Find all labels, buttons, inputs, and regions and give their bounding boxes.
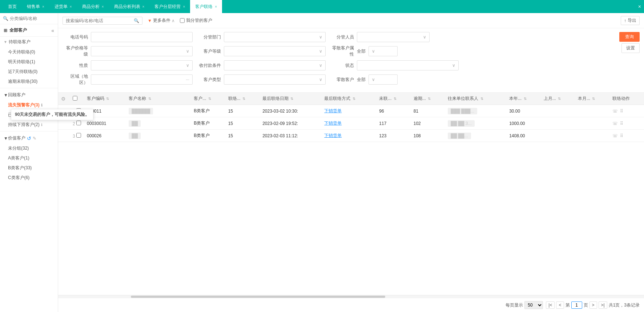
sidebar-item-c-class[interactable]: C类客户(6): [0, 173, 58, 183]
arrow-icon2: ▼: [4, 93, 8, 98]
label-scattered-attr: 零散客户属性: [329, 45, 354, 57]
sidebar-item-ungrouped[interactable]: 未分组(32): [0, 143, 58, 153]
col-name[interactable]: 客户名称 ⇅: [126, 93, 191, 105]
nav-customer-contact[interactable]: 客户联络 ×: [190, 0, 222, 13]
nav-home[interactable]: 首页: [3, 0, 22, 13]
select-payment[interactable]: ∨: [224, 60, 326, 70]
sidebar-item-7days[interactable]: 近7天待联络(0): [0, 67, 58, 77]
col-code[interactable]: 客户编码 ⇅: [84, 93, 126, 105]
refresh-value-icon[interactable]: ↺: [27, 135, 31, 141]
cell-method-1: 下销货单: [321, 117, 376, 130]
sidebar-item-declining[interactable]: 持续下滑客户(2) ℹ: [0, 120, 58, 130]
col-contact-person[interactable]: 往来单位联系人 ⇅: [445, 93, 506, 105]
action-icon-phone-1[interactable]: ☏: [612, 121, 618, 126]
settings-button[interactable]: 设置: [621, 43, 640, 53]
sidebar-group-pending[interactable]: ▼ 待联络客户: [0, 37, 58, 47]
col-this-month[interactable]: 本月... ⇅: [575, 93, 609, 105]
col-contacts[interactable]: 联络... ⇅: [225, 93, 259, 105]
select-price-level[interactable]: ∨: [91, 46, 193, 56]
page-number-input[interactable]: [571, 301, 582, 309]
my-customers-checkbox[interactable]: 我分管的客户: [180, 17, 212, 24]
col-type[interactable]: 客户... ⇅: [191, 93, 225, 105]
gear-settings-icon[interactable]: ⚙: [61, 96, 66, 102]
cell-name-1: ██: [126, 117, 191, 130]
close-purchase-tab[interactable]: ×: [70, 5, 72, 9]
query-button[interactable]: 查询: [619, 32, 640, 42]
select-customer-level[interactable]: ∨: [224, 46, 326, 56]
table-row: 1 000011 ██████ B类客户 15 2023-03-02 10:30…: [58, 105, 644, 117]
edit-value-icon[interactable]: ✎: [33, 136, 36, 141]
close-customer-layer-tab[interactable]: ×: [183, 5, 185, 9]
input-phone[interactable]: [91, 32, 193, 42]
col-last-method[interactable]: 最后联络方式 ⇅: [321, 93, 376, 105]
chevron-scattered-icon: ∨: [372, 49, 375, 54]
contact-method-link-0[interactable]: 下销货单: [324, 108, 342, 113]
select-scattered[interactable]: ∨: [369, 74, 398, 85]
col-this-year[interactable]: 本年... ⇅: [506, 93, 540, 105]
sidebar-item-churn-warning[interactable]: 流失预警客户(3) ℹ 90天未交易的客户，可能有流失风险。: [0, 100, 58, 110]
sidebar-section-value: ▼ 价值客户 ↺ ✎ 未分组(32) A类客户(1) B类客户(33) C类客户…: [0, 133, 58, 183]
first-page-button[interactable]: |<: [546, 301, 555, 309]
sidebar-item-a-class[interactable]: A类客户(1): [0, 153, 58, 163]
next-page-button[interactable]: >: [589, 301, 597, 309]
chevron-payment-icon: ∨: [319, 63, 322, 68]
select-status[interactable]: ∨: [357, 60, 459, 70]
col-no-contact[interactable]: 未联... ⇅: [376, 93, 410, 105]
prev-page-button[interactable]: <: [556, 301, 564, 309]
nav-sales[interactable]: 销售单 ×: [22, 0, 49, 13]
close-customer-contact-tab[interactable]: ×: [215, 5, 217, 9]
row-checkbox-1[interactable]: [76, 121, 81, 125]
nav-purchase[interactable]: 进货单 ×: [49, 0, 77, 13]
sidebar-group-review[interactable]: ▼ 回顾客户: [0, 90, 58, 100]
nav-product-analysis-list[interactable]: 商品分析列表 ×: [109, 0, 150, 13]
filter-more-button[interactable]: ▼ 更多条件 ∧: [145, 16, 177, 25]
toolbar-search-icon[interactable]: 🔍: [134, 18, 139, 23]
col-checkbox: [70, 93, 84, 105]
toolbar-search-input[interactable]: [66, 18, 134, 23]
close-product-list-tab[interactable]: ×: [142, 5, 145, 9]
cell-action-2: ☏ ⠿: [609, 130, 644, 142]
select-all-checkbox[interactable]: [73, 96, 77, 101]
sidebar-item-today[interactable]: 今天待联络(0): [0, 47, 58, 57]
sidebar-all-customers[interactable]: ⊞ 全部客户 «: [0, 24, 58, 37]
export-button[interactable]: ↑ 导出: [621, 16, 640, 25]
action-icon-phone-0[interactable]: ☏: [612, 109, 618, 114]
action-icon-phone-2[interactable]: ☏: [612, 133, 618, 138]
action-icon-more-0[interactable]: ⠿: [620, 109, 623, 114]
last-page-button[interactable]: >|: [599, 301, 607, 309]
select-region[interactable]: ···: [91, 74, 193, 85]
select-dept[interactable]: ∨: [224, 32, 326, 42]
close-sales-tab[interactable]: ×: [42, 5, 44, 9]
contact-method-link-1[interactable]: 下销货单: [324, 121, 342, 126]
sidebar-item-overdue[interactable]: 逾期未联络(30): [0, 77, 58, 86]
cell-type-1: B类客户: [191, 117, 225, 130]
select-nature[interactable]: ∨: [91, 60, 193, 70]
table-body: 1 000011 ██████ B类客户 15 2023-03-02 10:30…: [58, 105, 644, 142]
scrollbar-thumb[interactable]: [131, 296, 385, 298]
contact-method-link-2[interactable]: 下销货单: [324, 133, 342, 138]
row-checkbox-2[interactable]: [76, 133, 81, 138]
collapse-sidebar-icon[interactable]: «: [51, 28, 54, 33]
sidebar-group-value[interactable]: ▼ 价值客户 ↺ ✎: [0, 133, 58, 143]
col-last-month[interactable]: 上月... ⇅: [541, 93, 575, 105]
sidebar-search-input[interactable]: [10, 16, 64, 21]
sidebar-item-b-class[interactable]: B类客户(33): [0, 163, 58, 173]
table-header-row: ⚙ 客户编码 ⇅ 客户名称 ⇅: [58, 93, 644, 105]
action-icon-more-1[interactable]: ⠿: [620, 121, 623, 126]
select-customer-type[interactable]: ∨: [224, 74, 326, 85]
nav-product-analysis[interactable]: 商品分析 ×: [77, 0, 109, 13]
col-last-date[interactable]: 最后联络日期 ⇅: [259, 93, 321, 105]
select-manager[interactable]: ∨: [357, 32, 430, 42]
nav-customer-layer[interactable]: 客户分层经营 ×: [149, 0, 190, 13]
action-icon-more-2[interactable]: ⠿: [620, 133, 623, 138]
close-all-button[interactable]: ×: [638, 4, 641, 9]
col-overdue[interactable]: 逾期... ⇅: [411, 93, 445, 105]
region-more-dots[interactable]: ···: [186, 77, 189, 82]
sidebar-item-tomorrow[interactable]: 明天待联络(1): [0, 57, 58, 67]
label-price-level: 客户价格等级: [63, 45, 88, 57]
select-scattered-attr[interactable]: ∨: [369, 46, 398, 56]
horizontal-scrollbar[interactable]: [58, 295, 644, 298]
close-product-analysis-tab[interactable]: ×: [102, 5, 104, 9]
my-customers-check[interactable]: [180, 18, 185, 23]
page-size-select[interactable]: 50 100 200: [524, 301, 543, 309]
